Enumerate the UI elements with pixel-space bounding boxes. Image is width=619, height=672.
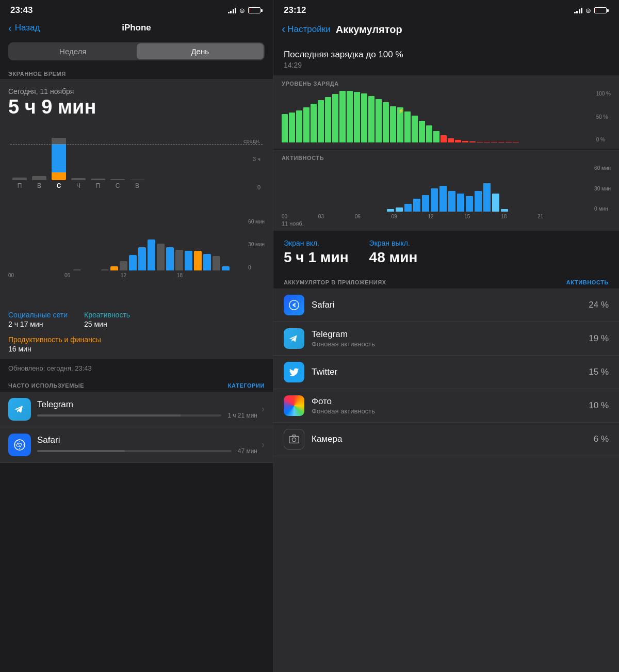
telegram-bar-fill bbox=[37, 414, 181, 417]
screen-on-value: 5 ч 1 мин bbox=[284, 249, 349, 266]
battery-icon bbox=[248, 7, 263, 13]
bar-col-5: П bbox=[91, 179, 105, 189]
list-header: ЧАСТО ИСПОЛЬЗУЕМЫЕ КАТЕГОРИИ bbox=[0, 377, 273, 392]
avg-label: средн. bbox=[243, 138, 260, 144]
right-twitter-icon bbox=[284, 362, 304, 382]
bar-label-7: В bbox=[135, 182, 139, 189]
safari-time: 47 мин bbox=[238, 447, 257, 455]
activity-label: АКТИВНОСТЬ bbox=[282, 155, 611, 161]
safari-bar-row: 47 мин bbox=[37, 447, 257, 455]
act-x-18: 18 bbox=[501, 214, 507, 219]
screentime-date: Сегодня, 11 ноября bbox=[8, 87, 265, 95]
right-app-camera[interactable]: Камера 6 % bbox=[273, 423, 619, 456]
back-label: Назад bbox=[15, 23, 40, 33]
right-app-twitter[interactable]: Twitter 15 % bbox=[273, 356, 619, 389]
right-battery-icon bbox=[594, 7, 609, 13]
avg-line bbox=[10, 144, 263, 145]
cat-social: Социальные сети 2 ч 17 мин bbox=[8, 311, 68, 328]
categories-row: Социальные сети 2 ч 17 мин Креативность … bbox=[0, 306, 273, 335]
telegram-info: Telegram 1 ч 21 мин bbox=[37, 399, 257, 419]
right-status-icons: ⊜ bbox=[574, 7, 609, 14]
right-nav-bar: ‹ Настройки Аккумулятор bbox=[273, 19, 619, 41]
apps-battery-header: АККУМУЛЯТОР В ПРИЛОЖЕНИЯХ АКТИВНОСТЬ bbox=[273, 274, 619, 289]
right-app-telegram[interactable]: Telegram Фоновая активность 19 % bbox=[273, 322, 619, 356]
screen-off-stat: Экран выкл. 48 мин bbox=[369, 239, 418, 266]
act-x-03: 03 bbox=[318, 214, 324, 219]
hourly-y-mid: 30 мин bbox=[248, 242, 265, 247]
updated-row: Обновлено: сегодня, 23:43 bbox=[0, 359, 273, 377]
telegram-time: 1 ч 21 мин bbox=[227, 412, 257, 419]
right-safari-info: Safari bbox=[312, 300, 589, 310]
bar-col-6: С bbox=[110, 179, 125, 189]
activity-chart-section: АКТИВНОСТЬ 60 мин 30 мин 0 мин bbox=[273, 150, 619, 231]
right-photos-pct: 10 % bbox=[589, 401, 609, 411]
screen-on-stat: Экран вкл. 5 ч 1 мин bbox=[284, 239, 349, 266]
svg-marker-8 bbox=[292, 302, 296, 307]
signal-icon bbox=[228, 7, 237, 13]
right-twitter-name: Twitter bbox=[312, 367, 589, 377]
right-photos-sub: Фоновая активность bbox=[312, 407, 589, 415]
act-date: 11 нояб. bbox=[282, 219, 580, 231]
weekly-chart: средн. 3 ч 0 П В bbox=[8, 133, 265, 213]
right-chevron-icon: ‹ bbox=[282, 23, 285, 36]
x-label-18: 18 bbox=[177, 273, 183, 278]
svg-rect-9 bbox=[289, 437, 299, 443]
screentime-card: Сегодня, 11 ноября 5 ч 9 мин средн. 3 ч … bbox=[0, 79, 273, 213]
right-safari-icon bbox=[284, 295, 304, 315]
chevron-left-icon: ‹ bbox=[8, 22, 12, 34]
act-y-30: 30 мин bbox=[594, 186, 611, 191]
bar-col-7: В bbox=[130, 180, 144, 189]
bar-label-2: В bbox=[37, 182, 41, 189]
right-camera-name: Камера bbox=[312, 434, 594, 444]
app-item-safari[interactable]: Safari 47 мин › bbox=[0, 427, 273, 463]
cat-prod-time: 16 мин bbox=[8, 345, 265, 353]
right-photos-name: Фото bbox=[312, 396, 589, 407]
act-y-60: 60 мин bbox=[594, 165, 611, 171]
hourly-y-bot: 0 bbox=[248, 265, 265, 270]
cat-prod-name: Продуктивность и финансы bbox=[8, 335, 265, 344]
right-telegram-sub: Фоновая активность bbox=[312, 340, 589, 348]
left-nav-bar: ‹ Назад iPhone bbox=[0, 19, 273, 38]
y-label-3h: 3 ч bbox=[253, 156, 260, 162]
right-wifi-icon: ⊜ bbox=[585, 7, 591, 14]
right-status-bar: 23:12 ⊜ bbox=[273, 0, 619, 19]
day-segment-btn[interactable]: День bbox=[137, 43, 264, 59]
cat-productivity-row: Продуктивность и финансы 16 мин bbox=[0, 335, 273, 359]
app-item-telegram[interactable]: Telegram 1 ч 21 мин › bbox=[0, 392, 273, 427]
left-time: 23:43 bbox=[10, 5, 32, 15]
right-panel: 23:12 ⊜ ‹ Настройки Аккумулятор bbox=[273, 0, 619, 672]
right-telegram-info: Telegram Фоновая активность bbox=[312, 329, 589, 348]
categories-link[interactable]: КАТЕГОРИИ bbox=[228, 382, 265, 389]
batt-y-0: 0 % bbox=[596, 137, 611, 142]
bar-col-today: С bbox=[52, 138, 66, 189]
right-telegram-name: Telegram bbox=[312, 329, 589, 340]
battery-level-section: УРОВЕНЬ ЗАРЯДА 100 % 50 % 0 % bbox=[273, 75, 619, 149]
back-button[interactable]: ‹ Назад bbox=[8, 22, 40, 34]
screen-off-label: Экран выкл. bbox=[369, 239, 418, 247]
safari-icon bbox=[8, 434, 31, 456]
week-segment-btn[interactable]: Неделя bbox=[9, 43, 137, 59]
telegram-chevron-icon: › bbox=[262, 404, 265, 414]
apps-battery-title: АККУМУЛЯТОР В ПРИЛОЖЕНИЯХ bbox=[284, 279, 386, 285]
bar-col-2: В bbox=[32, 176, 46, 189]
right-time: 23:12 bbox=[284, 5, 306, 15]
right-app-safari[interactable]: Safari 24 % bbox=[273, 289, 619, 322]
x-label-00: 00 bbox=[8, 273, 14, 278]
right-app-photos[interactable]: Фото Фоновая активность 10 % bbox=[273, 389, 619, 423]
left-status-icons: ⊜ bbox=[228, 7, 263, 14]
y-label-0: 0 bbox=[257, 184, 260, 190]
screentime-total: 5 ч 9 мин bbox=[8, 97, 265, 118]
cat-social-time: 2 ч 17 мин bbox=[8, 320, 68, 328]
right-camera-pct: 6 % bbox=[594, 434, 609, 444]
svg-point-10 bbox=[292, 438, 296, 441]
segment-control: Неделя День bbox=[8, 42, 265, 60]
apps-activity-toggle[interactable]: АКТИВНОСТЬ bbox=[566, 279, 609, 285]
act-x-15: 15 bbox=[464, 214, 470, 219]
bar-label-6: С bbox=[116, 182, 120, 189]
right-back-button[interactable]: ‹ Настройки bbox=[282, 23, 331, 36]
screen-off-value: 48 мин bbox=[369, 249, 418, 266]
left-status-bar: 23:43 ⊜ bbox=[0, 0, 273, 19]
right-camera-info: Камера bbox=[312, 434, 594, 444]
act-x-00: 00 bbox=[282, 214, 287, 219]
right-telegram-pct: 19 % bbox=[589, 333, 609, 344]
